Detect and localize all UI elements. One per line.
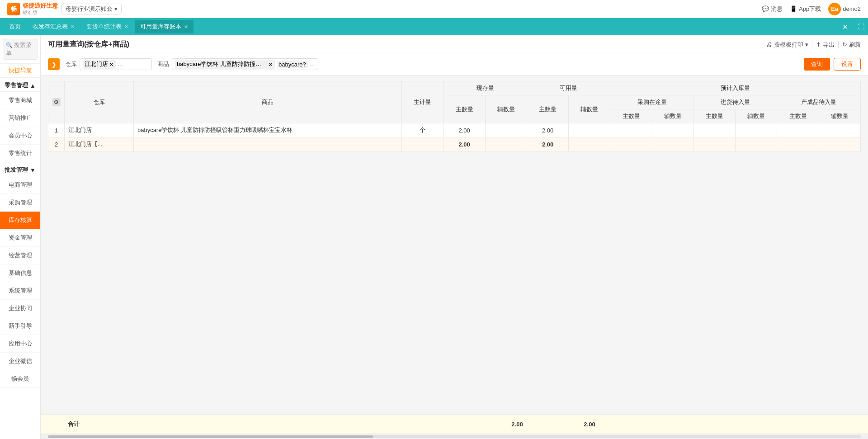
sidebar-item-guide[interactable]: 新手引导 xyxy=(0,317,40,335)
horizontal-scrollbar[interactable] xyxy=(41,434,868,439)
tab-receive-close[interactable]: ✕ xyxy=(71,24,75,30)
sidebar-item-purchase[interactable]: 采购管理 xyxy=(0,194,40,212)
cell-production-aux-0 xyxy=(819,123,860,137)
user-profile[interactable]: Ea demo2 xyxy=(828,3,861,15)
tab-receive[interactable]: 收发存汇总表 ✕ xyxy=(27,20,80,33)
print-icon: 🖨 xyxy=(766,41,772,48)
cell-product-1 xyxy=(133,137,401,151)
th-production-group: 产成品待入量 xyxy=(777,95,861,109)
sidebar-section-wholesale[interactable]: 批发管理 ▼ xyxy=(0,162,40,176)
product-filter-tags[interactable]: babycare学饮杯 儿童防摔防撞吸管杯重力球吸嘴杯宝宝水杯 ✕ babyca… xyxy=(172,58,318,70)
th-avail-aux: 辅数量 xyxy=(569,95,610,123)
sidebar-search-area: 🔍 搜索菜单 xyxy=(0,35,40,64)
sidebar-item-finance[interactable]: 资金管理 xyxy=(0,229,40,247)
cell-incoming-aux-1 xyxy=(736,137,777,151)
th-warehouse: 仓库 xyxy=(65,81,134,123)
scrollbar-thumb[interactable] xyxy=(48,435,373,438)
product-filter-more[interactable]: … xyxy=(310,61,315,67)
sidebar-item-basic[interactable]: 基础信息 xyxy=(0,264,40,282)
tab-home[interactable]: 首页 xyxy=(4,20,26,33)
cell-purchase-aux-1 xyxy=(652,137,693,151)
cell-stock-main-0: 2.00 xyxy=(443,123,485,137)
sidebar-item-app-center[interactable]: 应用中心 xyxy=(0,335,40,353)
cell-avail-aux-1 xyxy=(569,137,610,151)
cell-seq-1: 2 xyxy=(48,137,65,151)
table-settings-header: ⚙ xyxy=(48,81,65,123)
filter-toggle-button[interactable]: ❯ xyxy=(48,58,60,70)
cell-incoming-aux-0 xyxy=(736,123,777,137)
phone-icon: 📱 xyxy=(790,5,797,12)
th-purchase-aux: 辅数量 xyxy=(652,109,693,123)
app-download-action[interactable]: 📱 App下载 xyxy=(790,5,821,13)
sidebar-item-enterprise-wechat[interactable]: 企业微信 xyxy=(0,353,40,370)
cell-warehouse-1: 江北门店【... xyxy=(65,137,134,151)
sidebar-item-retail-mall[interactable]: 零售商城 xyxy=(0,92,40,109)
product-tag-0-remove[interactable]: ✕ xyxy=(268,61,273,68)
message-action[interactable]: 💬 消息 xyxy=(762,5,783,13)
th-purchase-transit-group: 采购在途量 xyxy=(610,95,694,109)
warehouse-filter-tags[interactable]: 江北门店 ✕ … xyxy=(80,58,152,70)
sidebar-quick-nav[interactable]: 快捷导航 xyxy=(0,64,40,78)
close-all-tabs[interactable]: ✕ xyxy=(837,23,854,31)
th-product: 商品 xyxy=(133,81,401,123)
tab-available-close[interactable]: ✕ xyxy=(184,24,188,30)
footer-avail-main: 2.00 xyxy=(571,417,608,431)
footer-production-main xyxy=(788,417,825,431)
cell-unit-1 xyxy=(402,137,443,151)
sidebar-item-vip-member[interactable]: 畅会员 xyxy=(0,370,40,388)
top-bar-left: 畅 畅捷通好生意 标准版 母婴行业演示账套 ▾ xyxy=(7,2,122,15)
top-bar: 畅 畅捷通好生意 标准版 母婴行业演示账套 ▾ 💬 消息 📱 App下载 Ea … xyxy=(0,0,868,18)
cell-avail-main-1: 2.00 xyxy=(527,137,568,151)
cell-product-0: babycare学饮杯 儿童防摔防撞吸管杯重力球吸嘴杯宝宝水杯 xyxy=(133,123,401,137)
warehouse-filter-more[interactable]: … xyxy=(118,61,123,67)
product-filter-group: 商品 babycare学饮杯 儿童防摔防撞吸管杯重力球吸嘴杯宝宝水杯 ✕ bab… xyxy=(157,58,318,70)
cell-production-main-1 xyxy=(777,137,819,151)
search-menu-button[interactable]: 🔍 搜索菜单 xyxy=(3,39,38,60)
scrollbar-track[interactable] xyxy=(48,435,861,438)
refresh-button[interactable]: ↻ 刷新 xyxy=(842,41,861,49)
th-incoming-aux: 辅数量 xyxy=(736,109,777,123)
query-button[interactable]: 查询 xyxy=(804,58,830,71)
template-print-button[interactable]: 🖨 按模板打印 ▾ xyxy=(766,41,808,49)
filter-actions: 查询 设置 xyxy=(804,58,861,71)
cell-incoming-main-1 xyxy=(693,137,735,151)
footer-stock-main: 2.00 xyxy=(499,417,535,431)
cell-purchase-main-0 xyxy=(610,123,652,137)
th-incoming-main: 主数量 xyxy=(693,109,735,123)
sidebar-item-marketing[interactable]: 营销推广 xyxy=(0,109,40,127)
settings-button[interactable]: 设置 xyxy=(834,58,861,71)
sidebar-section-retail[interactable]: 零售管理 ▲ xyxy=(0,78,40,92)
cell-purchase-aux-0 xyxy=(652,123,693,137)
footer-avail-aux xyxy=(608,417,644,431)
cell-production-main-0 xyxy=(777,123,819,137)
table-footer: 合计 2.00 2.00 xyxy=(41,414,868,434)
product-filter-label: 商品 xyxy=(157,60,169,68)
warehouse-tag-remove[interactable]: ✕ xyxy=(109,61,114,68)
cell-stock-aux-1 xyxy=(485,137,527,151)
divider2 xyxy=(838,41,839,48)
sidebar-item-system[interactable]: 系统管理 xyxy=(0,282,40,300)
sidebar-item-operation[interactable]: 经营管理 xyxy=(0,247,40,264)
table-settings-icon[interactable]: ⚙ xyxy=(52,98,61,106)
tab-available[interactable]: 可用量库存账本 ✕ xyxy=(135,20,193,33)
footer-stock-aux xyxy=(535,417,571,431)
tab-order[interactable]: 要货单统计表 ✕ xyxy=(81,20,134,33)
sidebar-item-member[interactable]: 会员中心 xyxy=(0,127,40,145)
sidebar-item-inventory[interactable]: 库存核算 xyxy=(0,212,40,229)
chevron-down-icon: ▼ xyxy=(30,167,36,174)
sidebar-item-ecommerce[interactable]: 电商管理 xyxy=(0,176,40,194)
filter-bar: ❯ 仓库 江北门店 ✕ … 商品 babycare学饮杯 儿童防摔防撞吸管杯重力… xyxy=(41,53,868,76)
refresh-icon: ↻ xyxy=(842,41,847,48)
tab-order-close[interactable]: ✕ xyxy=(124,24,128,30)
export-button[interactable]: ⬆ 导出 xyxy=(816,41,835,49)
sidebar-item-retail-stats[interactable]: 零售统计 xyxy=(0,145,40,162)
footer-incoming-main xyxy=(716,417,752,431)
industry-selector[interactable]: 母婴行业演示账套 ▾ xyxy=(61,4,122,14)
page-header: 可用量查询(按仓库+商品) 🖨 按模板打印 ▾ ⬆ 导出 ↻ 刷新 xyxy=(41,35,868,53)
cell-stock-main-1: 2.00 xyxy=(443,137,485,151)
message-icon: 💬 xyxy=(762,5,769,12)
footer-incoming-aux xyxy=(752,417,788,431)
sidebar-item-cooperation[interactable]: 企业协同 xyxy=(0,300,40,317)
page-header-actions: 🖨 按模板打印 ▾ ⬆ 导出 ↻ 刷新 xyxy=(766,41,861,52)
maximize-button[interactable]: ⛶ xyxy=(854,23,868,30)
